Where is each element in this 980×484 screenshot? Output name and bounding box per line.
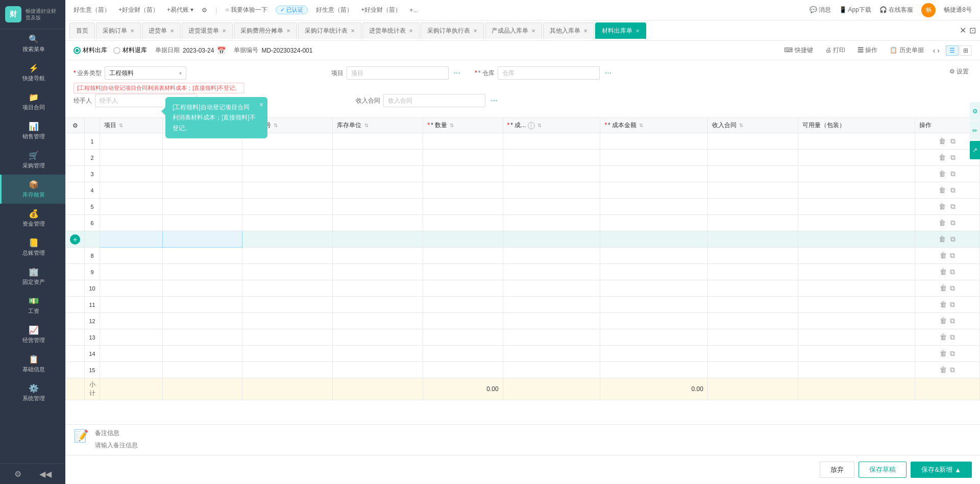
operations-btn[interactable]: ☰ 操作: [854, 45, 880, 56]
delete-row-15-btn[interactable]: 🗑: [938, 366, 948, 374]
delete-row-9-btn[interactable]: 🗑: [938, 268, 948, 276]
tab-purchase-stat[interactable]: 采购订单统计表 ✕: [298, 22, 361, 39]
sidebar-item-sales[interactable]: 📊 销售管理: [0, 116, 65, 146]
sidebar-item-inventory[interactable]: 📦 库存核算: [0, 175, 65, 204]
td-quantity-7[interactable]: [423, 231, 503, 248]
tab-close-purchase-stat[interactable]: ✕: [351, 28, 355, 34]
save-new-dropdown-icon[interactable]: ▲: [954, 466, 961, 474]
td-cost-amount-5[interactable]: [600, 199, 707, 215]
td-project-3[interactable]: [100, 166, 163, 182]
tab-close-in-stat[interactable]: ✕: [409, 28, 413, 34]
td-cost-4[interactable]: [503, 182, 600, 199]
tab-close-purchase-order[interactable]: ✕: [130, 28, 134, 34]
td-spec-2[interactable]: [242, 150, 333, 166]
tab-close-purchase-fee[interactable]: ✕: [286, 28, 290, 34]
tab-in-stat[interactable]: 进货单统计表 ✕: [362, 22, 420, 39]
tab-close-material-out[interactable]: ✕: [635, 28, 640, 34]
tab-close-finished-goods[interactable]: ✕: [531, 28, 535, 34]
save-draft-button[interactable]: 保存草稿: [859, 462, 906, 478]
td-income-contract-5[interactable]: [707, 199, 798, 215]
tab-other-in[interactable]: 其他入库单 ✕: [543, 22, 594, 39]
collapse-icon[interactable]: ◀◀: [39, 469, 52, 479]
td-quantity-5[interactable]: [423, 199, 503, 215]
delete-row-12-btn[interactable]: 🗑: [938, 317, 948, 325]
view-grid-btn[interactable]: ⊞: [960, 45, 972, 56]
td-available-6[interactable]: [798, 215, 915, 231]
copy-row-14-btn[interactable]: ⧉: [948, 349, 957, 357]
td-available-7[interactable]: [798, 231, 915, 248]
th-settings[interactable]: ⚙: [66, 118, 85, 133]
copy-row-10-btn[interactable]: ⧉: [948, 284, 957, 292]
td-cost-amount-7[interactable]: [600, 231, 707, 248]
right-panel-btn-1[interactable]: ⚙: [970, 102, 980, 120]
tooltip-close-btn[interactable]: ×: [259, 99, 263, 111]
sidebar-item-system[interactable]: ⚙️ 系统管理: [0, 378, 65, 407]
copy-row-5-btn[interactable]: ⧉: [949, 202, 957, 210]
business-type-select[interactable]: 工程领料 ▾: [105, 66, 186, 80]
delete-row-2-btn[interactable]: 🗑: [937, 153, 947, 161]
view-list-btn[interactable]: ☰: [946, 45, 959, 56]
sidebar-item-payroll[interactable]: 💵 工资: [0, 291, 65, 320]
shortcut-key-btn[interactable]: ⌨ 快捷键: [781, 45, 816, 56]
td-unit-2[interactable]: [333, 150, 423, 166]
td-income-contract-2[interactable]: [707, 150, 798, 166]
right-panel-btn-3[interactable]: ↗: [970, 141, 980, 159]
delete-row-8-btn[interactable]: 🗑: [938, 251, 948, 259]
tab-close-purchase-return[interactable]: ✕: [222, 28, 226, 34]
sidebar-item-finance[interactable]: 💰 资金管理: [0, 204, 65, 233]
copy-row-3-btn[interactable]: ⧉: [949, 170, 957, 178]
tab-purchase-exec[interactable]: 采购订单执行表 ✕: [421, 22, 484, 39]
tab-purchase-fee[interactable]: 采购费用分摊单 ✕: [234, 22, 297, 39]
td-project-4[interactable]: [100, 182, 163, 199]
income-contract-select[interactable]: 收入合同: [383, 94, 485, 107]
td-income-contract-4[interactable]: [707, 182, 798, 199]
td-unit-5[interactable]: [333, 199, 423, 215]
td-spec-4[interactable]: [242, 182, 333, 199]
td-project-2[interactable]: [100, 150, 163, 166]
td-available-2[interactable]: [798, 150, 915, 166]
radio-material-out[interactable]: 材料出库: [74, 46, 107, 55]
td-cost-6[interactable]: [503, 215, 600, 231]
topbar-nav-yidaizhang[interactable]: +易代账 ▾: [167, 6, 193, 14]
delete-row-10-btn[interactable]: 🗑: [938, 284, 948, 292]
copy-row-6-btn[interactable]: ⧉: [949, 219, 957, 227]
copy-row-13-btn[interactable]: ⧉: [948, 333, 957, 341]
copy-row-11-btn[interactable]: ⧉: [948, 300, 957, 308]
settings-btn[interactable]: ⚙ 设置: [946, 66, 972, 77]
warehouse-select[interactable]: 仓库: [498, 66, 600, 80]
sidebar-item-basic[interactable]: 📋 基础信息: [0, 349, 65, 378]
delete-row-6-btn[interactable]: 🗑: [937, 219, 947, 227]
copy-row-15-btn[interactable]: ⧉: [948, 366, 957, 374]
td-cost-7[interactable]: [503, 231, 600, 248]
tab-close-purchase-in[interactable]: ✕: [170, 28, 174, 34]
td-project-7[interactable]: [100, 231, 163, 248]
topbar-experience-link[interactable]: ○ 我要体验一下: [225, 6, 267, 14]
sidebar-item-search[interactable]: 🔍 搜索菜单: [0, 29, 65, 58]
tab-home[interactable]: 首页: [69, 22, 95, 39]
td-unit-6[interactable]: [333, 215, 423, 231]
sidebar-item-purchase[interactable]: 🛒 采购管理: [0, 146, 65, 175]
sidebar-item-operations[interactable]: 📈 经营管理: [0, 320, 65, 349]
prev-arrow[interactable]: ‹: [933, 46, 936, 55]
td-available-1[interactable]: [798, 133, 915, 150]
td-quantity-1[interactable]: [423, 133, 503, 150]
calendar-icon[interactable]: 📅: [217, 46, 226, 55]
td-cost-amount-2[interactable]: [600, 150, 707, 166]
delete-row-11-btn[interactable]: 🗑: [938, 300, 948, 308]
history-bills-btn[interactable]: 📋 历史单据: [887, 45, 926, 56]
td-cost-amount-3[interactable]: [600, 166, 707, 182]
add-row-btn[interactable]: +: [70, 234, 80, 245]
td-cost-2[interactable]: [503, 150, 600, 166]
sidebar-item-accounting[interactable]: 📒 总账管理: [0, 233, 65, 262]
topbar-nav-haoShengYi2[interactable]: 好生意（苗）: [316, 6, 353, 14]
copy-row-1-btn[interactable]: ⧉: [949, 137, 957, 145]
topbar-app-download-btn[interactable]: 📱 App下载: [839, 6, 871, 14]
income-contract-dots-btn[interactable]: ···: [488, 96, 499, 105]
copy-row-4-btn[interactable]: ⧉: [949, 186, 957, 194]
td-spec-7[interactable]: [242, 231, 333, 248]
td-available-4[interactable]: [798, 182, 915, 199]
delete-row-1-btn[interactable]: 🗑: [937, 137, 947, 145]
td-project-1[interactable]: [100, 133, 163, 150]
discard-button[interactable]: 放弃: [820, 462, 854, 478]
tab-restore[interactable]: ⊡: [969, 26, 976, 35]
